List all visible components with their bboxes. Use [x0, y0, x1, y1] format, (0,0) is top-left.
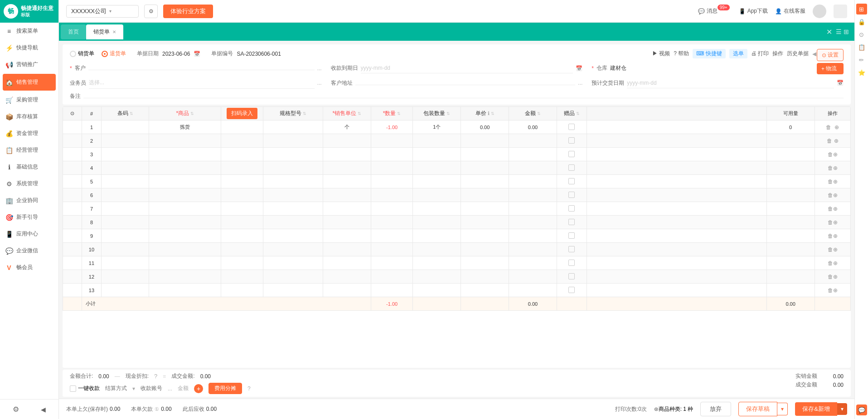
sidebar-item-inventory[interactable]: 📦 库存核算: [0, 108, 58, 125]
row-amount[interactable]: 0.00: [509, 120, 557, 134]
settings-float-btn[interactable]: ⊙ 设置: [817, 49, 844, 61]
sidebar-item-search[interactable]: ≡ 搜索菜单: [0, 23, 58, 39]
customer-address-input[interactable]: [355, 81, 576, 85]
save-new-dropdown[interactable]: ▾: [837, 403, 847, 415]
copy-icon[interactable]: ⊕: [833, 274, 838, 280]
scan-button[interactable]: 扫码录入: [227, 108, 257, 119]
salesman-dots[interactable]: ...: [317, 80, 322, 86]
save-draft-dropdown[interactable]: ▾: [777, 403, 788, 415]
discard-button[interactable]: 放弃: [700, 402, 731, 416]
salesman-input[interactable]: 选择...: [89, 77, 315, 89]
delete-icon[interactable]: 🗑: [828, 260, 833, 266]
tab-close-icon[interactable]: ✕: [112, 29, 116, 34]
customer-dots[interactable]: ...: [317, 65, 322, 72]
right-panel-icon-4[interactable]: 📋: [856, 42, 867, 53]
shortcut-btn[interactable]: ⌨ 快捷键: [693, 49, 725, 58]
payment-date-input[interactable]: yyyy-mm-dd: [361, 63, 573, 73]
delete-icon[interactable]: 🗑: [828, 206, 833, 212]
cash-discount-info-icon[interactable]: ?: [154, 373, 157, 380]
right-panel-icon-bottom[interactable]: 💬: [856, 405, 867, 415]
experience-button[interactable]: 体验行业方案: [163, 5, 213, 18]
copy-icon[interactable]: ⊕: [834, 138, 839, 144]
delete-icon[interactable]: 🗑: [828, 192, 833, 198]
operation-btn[interactable]: 操作: [772, 50, 783, 58]
sidebar-item-member[interactable]: V 畅会员: [0, 259, 58, 276]
delete-icon[interactable]: 🗑: [828, 233, 833, 239]
delete-icon[interactable]: 🗑: [828, 287, 833, 294]
copy-icon[interactable]: ⊕: [834, 124, 839, 130]
customer-address-dots[interactable]: ...: [578, 80, 582, 86]
copy-icon[interactable]: ⊕: [833, 206, 838, 212]
one-click-payment[interactable]: 一键收款: [70, 385, 100, 392]
sort-gift-icon[interactable]: ⇅: [576, 111, 580, 116]
product-kind[interactable]: ⊙商品种类: 1 种: [654, 405, 693, 413]
row-barcode[interactable]: [101, 120, 149, 134]
single-debt-info-icon[interactable]: ①: [155, 406, 159, 412]
payment-calendar-icon[interactable]: 📅: [576, 65, 582, 72]
online-service-button[interactable]: 👤 在线客服: [775, 7, 805, 15]
copy-icon[interactable]: ⊕: [833, 246, 838, 253]
row-remark[interactable]: [587, 120, 766, 134]
message-button[interactable]: 💬 消息 99+: [698, 7, 732, 15]
sidebar-item-sales[interactable]: 🏠 销售管理: [3, 74, 56, 91]
calendar-icon[interactable]: 📅: [194, 51, 200, 57]
avatar[interactable]: [813, 5, 826, 18]
sidebar-item-capital[interactable]: 💰 资金管理: [0, 125, 58, 142]
select-btn[interactable]: 选单: [729, 49, 747, 58]
sales-order-radio[interactable]: 销货单: [70, 50, 94, 58]
expected-date-input[interactable]: yyyy-mm-dd: [627, 78, 834, 88]
sort-qty-icon[interactable]: ⇅: [397, 111, 401, 116]
grid-view-icon[interactable]: ⊞: [844, 28, 849, 35]
row-spec[interactable]: [263, 120, 323, 134]
help-btn[interactable]: ? 帮助: [674, 50, 689, 58]
copy-icon[interactable]: ⊕: [833, 287, 838, 294]
delete-icon[interactable]: 🗑: [827, 138, 832, 144]
row-qty[interactable]: -1.00: [371, 120, 413, 134]
sidebar-item-appstore[interactable]: 📱 应用中心: [0, 226, 58, 242]
copy-icon[interactable]: ⊕: [833, 151, 838, 158]
delete-icon[interactable]: 🗑: [828, 151, 833, 158]
sort-product-icon[interactable]: ⇅: [190, 111, 194, 116]
row-gift[interactable]: [557, 120, 587, 134]
sidebar-item-quick-nav[interactable]: ⚡ 快捷导航: [0, 39, 58, 56]
settlement-dropdown-icon[interactable]: ▾: [132, 385, 135, 392]
nav-prev-icon[interactable]: ◀: [812, 51, 816, 57]
notes-input[interactable]: [83, 94, 844, 98]
save-new-button[interactable]: 保存&新增: [795, 402, 837, 416]
sidebar-item-enterprise[interactable]: 🏢 企业协同: [0, 192, 58, 209]
close-window-icon[interactable]: ✕: [826, 28, 832, 36]
row-pack-qty[interactable]: 1个: [413, 120, 461, 134]
delete-icon[interactable]: 🗑: [828, 219, 833, 226]
row-product[interactable]: 拣货: [149, 120, 221, 134]
tab-sales-order[interactable]: 销货单 ✕: [86, 24, 123, 39]
row-unit[interactable]: 个: [323, 120, 371, 134]
sort-pack-icon[interactable]: ⇅: [446, 111, 450, 116]
expected-calendar-icon[interactable]: 📅: [837, 80, 844, 86]
user-menu[interactable]: [834, 5, 847, 18]
price-info-icon[interactable]: ℹ: [488, 111, 490, 116]
fee-allocation-button[interactable]: 费用分摊: [209, 383, 242, 394]
print-btn[interactable]: 🖨 打印: [751, 50, 769, 58]
copy-icon[interactable]: ⊕: [833, 192, 838, 198]
sort-spec-icon[interactable]: ⇅: [303, 111, 306, 116]
video-btn[interactable]: ▶ 视频: [652, 50, 670, 58]
right-panel-icon-2[interactable]: 🔒: [856, 16, 867, 27]
right-panel-icon-1[interactable]: ⊞: [856, 4, 867, 14]
table-scroll[interactable]: ⊙ # 条码 ⇅ *商品 ⇅ 扫码录入: [63, 106, 851, 368]
settings-button[interactable]: ⚙: [144, 5, 158, 18]
bank-dots[interactable]: ...: [168, 385, 172, 392]
company-selector[interactable]: XXXXXX公司 ▾: [66, 5, 139, 18]
app-download-button[interactable]: 📱 App下载: [739, 7, 768, 15]
add-payment-button[interactable]: +: [194, 384, 203, 393]
col-settings[interactable]: ⊙: [63, 107, 82, 120]
list-view-icon[interactable]: ☰: [836, 28, 842, 35]
logistics-float-btn[interactable]: + 物流: [817, 63, 844, 74]
row-price[interactable]: 0.00: [461, 120, 509, 134]
sort-barcode-icon[interactable]: ⇅: [130, 111, 133, 116]
sidebar-item-guide[interactable]: 🎯 新手引导: [0, 209, 58, 226]
copy-icon[interactable]: ⊕: [833, 260, 838, 266]
sort-price-icon[interactable]: ⇅: [491, 111, 495, 116]
copy-icon[interactable]: ⊕: [833, 178, 838, 185]
sidebar-collapse-icon[interactable]: ◀: [41, 406, 46, 413]
copy-icon[interactable]: ⊕: [833, 165, 838, 171]
